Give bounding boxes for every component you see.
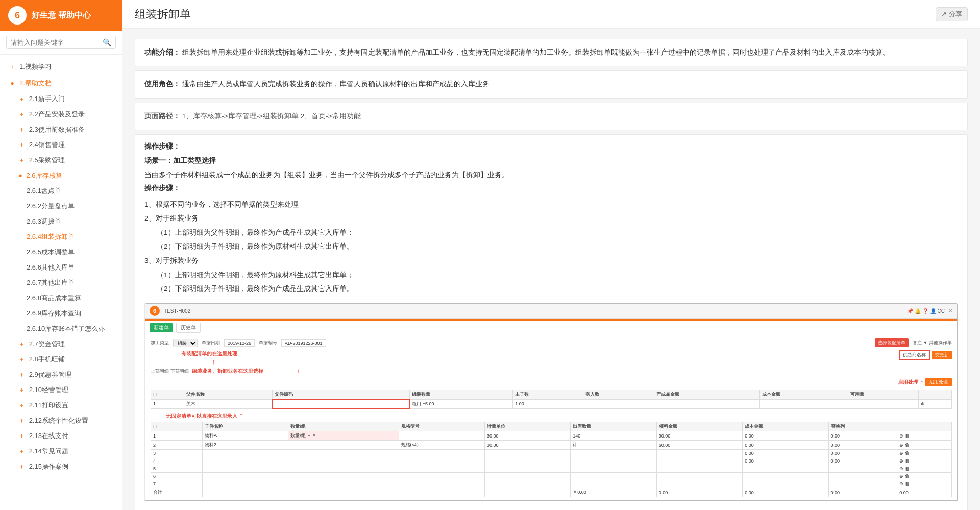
intro-text: 组装拆卸单用来处理企业组装或拆卸等加工业务，支持有固定装配清单的产品加工业务，也… bbox=[182, 48, 890, 56]
mock-process-btn[interactable]: 启用处理 bbox=[925, 378, 952, 386]
table-row: 2 物料2 规格(×4) 30.00 计 60.00 0.00 0.00 bbox=[151, 441, 952, 450]
mock-tabs-label: 上部明细 下部明细 bbox=[151, 368, 189, 375]
step-2-1: （1）上部明细为父件明细，最终作为产成品生成其它入库单； bbox=[157, 226, 958, 239]
mock-upper-table: ☐ 父件名称 父件编码 组装数量 主子数 实入数 产成品金额 成本金额 可用量 bbox=[151, 390, 952, 409]
share-icon: ↗ bbox=[941, 10, 947, 18]
sidebar-item-settings[interactable]: ＋ 2.12系统个性化设置 bbox=[0, 413, 122, 428]
mock-tab-history[interactable]: 历史单 bbox=[176, 323, 201, 333]
nav-sub-sub-items-inventory: 2.6.1盘点单 2.6.2分量盘点单 2.6.3调拨单 2.6.4组装拆卸单 … bbox=[0, 183, 122, 336]
app-title: 好生意 帮助中心 bbox=[32, 10, 91, 21]
mock-confirm-btn[interactable]: 交更新 bbox=[932, 351, 952, 359]
annotation-1: 有装配清单的在这里处理 bbox=[181, 350, 237, 357]
minus-icon-inventory: ● bbox=[18, 172, 22, 179]
sidebar-item-purchase[interactable]: ＋ 2.5采购管理 bbox=[0, 153, 122, 168]
mock-form-area: 加工类型 组装 拆卸 单据日期 2019-12-26 单据编号 AD-20191… bbox=[145, 335, 957, 500]
plus-icon-mobile: ＋ bbox=[18, 355, 25, 363]
step-1: 1、根据不同的业务，选择不同单据的类型来处理 bbox=[144, 198, 958, 211]
sidebar-item-new[interactable]: ＋ 2.1新手入门 bbox=[0, 91, 122, 107]
role-label: 使用角色： bbox=[144, 80, 180, 88]
annotation-2: 组装业务、拆卸业务在这里选择 bbox=[192, 368, 263, 375]
mock-date-val: 2019-12-26 bbox=[224, 339, 255, 347]
sidebar-item-mobile[interactable]: ＋ 2.8手机旺铺 bbox=[0, 352, 122, 367]
sidebar-item-faq[interactable]: ＋ 2.14常见问题 bbox=[0, 444, 122, 459]
table-row: 1 关木 领用 +5.00 1.00 bbox=[151, 399, 952, 408]
th-avail: 可用量 bbox=[848, 390, 918, 400]
sidebar-item-inventory[interactable]: ● 2.6库存核算 bbox=[0, 168, 122, 183]
ann1-arrow: ↑ bbox=[212, 357, 215, 366]
main-content: 组装拆卸单 ↗ 分享 功能介绍： 组装拆卸单用来处理企业组装或拆卸等加工业务，支… bbox=[122, 0, 980, 510]
sidebar-item-print[interactable]: ＋ 2.11打印设置 bbox=[0, 398, 122, 413]
th-product-amt: 产成品金额 bbox=[654, 390, 760, 400]
plus-icon-print: ＋ bbox=[18, 401, 25, 409]
table-row: 7 ⊕ 🗑 bbox=[151, 480, 952, 488]
mock-code-input[interactable] bbox=[275, 402, 305, 406]
th-ops-col bbox=[918, 390, 951, 400]
nav-tree: ＋ 1.视频学习 ● 2.帮助文档 ＋ 2.1新手入门 ＋ 2.2产品安装及登录 bbox=[0, 55, 122, 510]
sidebar-item-stocktake2[interactable]: 2.6.2分量盘点单 bbox=[0, 199, 122, 214]
plus-icon-payment: ＋ bbox=[18, 432, 25, 440]
step-3-2: （2）下部明细为子件明细，最终作为产成品生成其它入库单。 bbox=[157, 282, 958, 296]
plus-icon-data: ＋ bbox=[18, 126, 25, 133]
search-input-wrapper: 🔍 bbox=[6, 36, 116, 49]
sidebar-item-finance[interactable]: ＋ 2.7资金管理 bbox=[0, 336, 122, 352]
sidebar-item-assembly[interactable]: 2.6.4组装拆卸单 bbox=[0, 229, 122, 245]
mock-select-btn[interactable]: 选择装配清单 bbox=[875, 338, 909, 347]
sidebar-item-data-prep[interactable]: ＋ 2.3使用前数据准备 bbox=[0, 122, 122, 137]
search-box: 🔍 bbox=[0, 31, 122, 55]
ops-steps-title: 操作步骤： bbox=[144, 184, 958, 193]
sidebar-item-cases[interactable]: ＋ 2.15操作案例 bbox=[0, 459, 122, 474]
sidebar-item-cost-recalc[interactable]: 2.6.8商品成本重算 bbox=[0, 290, 122, 306]
sidebar-item-ops[interactable]: ＋ 2.10经营管理 bbox=[0, 382, 122, 398]
step-2-sub: （1）上部明细为父件明细，最终作为产成品生成其它入库单； （2）下部明细为子件明… bbox=[144, 226, 958, 253]
mock-icons: 📌 🔔 ❓ 👤 CC bbox=[907, 308, 945, 314]
search-input[interactable] bbox=[11, 39, 103, 46]
mock-type-label: 加工类型 bbox=[151, 339, 169, 346]
step-2: 2、对于组装业务 bbox=[144, 212, 958, 225]
sidebar-item-sales[interactable]: ＋ 2.4销售管理 bbox=[0, 137, 122, 153]
sidebar-item-ledger-fix[interactable]: 2.6.10库存账本错了怎么办 bbox=[0, 321, 122, 336]
plus-icon-coupon: ＋ bbox=[18, 371, 25, 378]
role-section: 使用角色： 通常由生产人员或库管人员完成拆装业务的操作，库管人员确认原材料的出库… bbox=[135, 70, 968, 98]
mock-more-btns: 备注 ▼ 其他操作单 bbox=[913, 339, 952, 346]
mock-close-icon[interactable]: ✕ bbox=[948, 307, 953, 314]
sidebar-item-cost-adj[interactable]: 2.6.5成本调整单 bbox=[0, 245, 122, 260]
sidebar-item-inbound[interactable]: 2.6.6其他入库单 bbox=[0, 260, 122, 275]
scenario1-desc: 当由多个子件材料组装成一个成品的业务为【组装】业务，当由一个父件拆分成多个子产品… bbox=[144, 168, 958, 182]
plus-icon-finance: ＋ bbox=[18, 340, 25, 348]
mock-date-label: 单据日期 bbox=[202, 339, 220, 346]
share-label: 分享 bbox=[949, 10, 962, 19]
mock-store-id: TEST-H002 bbox=[164, 308, 190, 314]
ops-title: 操作步骤： bbox=[144, 142, 958, 151]
sidebar-item-stocktake[interactable]: 2.6.1盘点单 bbox=[0, 183, 122, 199]
sidebar-item-payment[interactable]: ＋ 2.13在线支付 bbox=[0, 428, 122, 444]
plus-icon-ops: ＋ bbox=[18, 386, 25, 394]
step-3-sub: （1）上部明细为父件明细，最终作为原材料生成其它出库单； （2）下部明细为子件明… bbox=[144, 269, 958, 296]
mock-screenshot: 6 TEST-H002 📌 🔔 ❓ 👤 CC ✕ bbox=[145, 303, 958, 501]
mock-supplier-input[interactable]: 供货商名称 bbox=[899, 350, 930, 360]
sidebar-item-coupon[interactable]: ＋ 2.9优惠券管理 bbox=[0, 367, 122, 382]
mock-tab-new[interactable]: 新建单 bbox=[150, 323, 173, 332]
mock-type-select[interactable]: 组装 拆卸 bbox=[173, 339, 198, 347]
ops-section: 操作步骤： 场景一：加工类型选择 当由多个子件材料组装成一个成品的业务为【组装】… bbox=[135, 134, 968, 510]
annotation-3: 启用处理 bbox=[898, 379, 918, 386]
scenario1-title: 场景一：加工类型选择 bbox=[144, 156, 958, 165]
nav-section-videos: ＋ 1.视频学习 bbox=[0, 59, 122, 75]
plus-icon-settings: ＋ bbox=[18, 417, 25, 424]
role-text: 通常由生产人员或库管人员完成拆装业务的操作，库管人员确认原材料的出库和产成品的入… bbox=[182, 80, 489, 88]
th-checkbox: ☐ bbox=[151, 390, 184, 400]
sidebar-item-docs[interactable]: ● 2.帮助文档 bbox=[0, 75, 122, 91]
ann2-arrow: ↑ bbox=[297, 368, 300, 375]
path-label: 页面路径： bbox=[144, 112, 180, 120]
sidebar-item-install[interactable]: ＋ 2.2产品安装及登录 bbox=[0, 107, 122, 122]
search-icon[interactable]: 🔍 bbox=[103, 38, 111, 46]
table-row: 6 ⊕ 🗑 bbox=[151, 473, 952, 480]
th-ratio: 主子数 bbox=[513, 390, 583, 400]
share-button[interactable]: ↗ 分享 bbox=[936, 7, 968, 21]
ann4-arrow: ↑ bbox=[239, 411, 243, 419]
sidebar-item-ledger-query[interactable]: 2.6.9库存账本查询 bbox=[0, 306, 122, 321]
sidebar-item-transfer[interactable]: 2.6.3调拨单 bbox=[0, 214, 122, 229]
sidebar-item-outbound[interactable]: 2.6.7其他出库单 bbox=[0, 275, 122, 290]
sidebar-item-videos[interactable]: ＋ 1.视频学习 bbox=[0, 59, 122, 75]
mock-docno-val: AD-20191226-001 bbox=[281, 339, 326, 347]
path-section: 页面路径： 1、库存核算->库存管理->组装拆卸单 2、首页->常用功能 bbox=[135, 103, 968, 130]
